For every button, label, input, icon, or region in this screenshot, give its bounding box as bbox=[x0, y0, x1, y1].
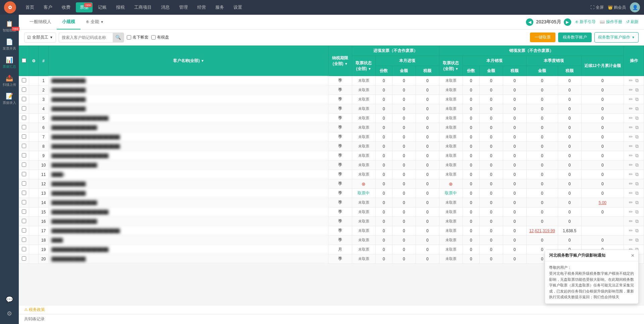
row-copy-icon-6[interactable]: ⧉ bbox=[635, 125, 639, 130]
row-outbound-status-5[interactable]: 未取票 bbox=[439, 114, 463, 123]
row-copy-icon-4[interactable]: ⧉ bbox=[635, 106, 639, 111]
row-outbound-status-1[interactable]: 未取票 bbox=[439, 76, 463, 85]
row-outbound-status-9[interactable]: 未取票 bbox=[439, 151, 463, 160]
row-client-4[interactable]: ████████████ bbox=[49, 104, 329, 114]
row-client-16[interactable]: ████████████████ bbox=[49, 217, 329, 226]
row-client-17[interactable]: ████████████████████████ bbox=[49, 226, 329, 236]
row-inbound-status-1[interactable]: 未取票 bbox=[352, 76, 375, 85]
row-client-3[interactable]: ████████████ bbox=[49, 95, 329, 104]
row-checkbox-19[interactable] bbox=[22, 247, 26, 251]
row-outbound-status-14[interactable]: 未取票 bbox=[439, 198, 463, 207]
row-outbound-status-20[interactable]: 未取票 bbox=[439, 254, 463, 264]
refresh-button[interactable]: ↺ 刷新 bbox=[626, 19, 639, 25]
row-outbound-status-11[interactable]: 未取票 bbox=[439, 170, 463, 179]
nav-manage[interactable]: 管理 bbox=[175, 2, 192, 12]
row-outbound-status-13[interactable]: 取票中 bbox=[439, 189, 463, 198]
row-inbound-status-5[interactable]: 未取票 bbox=[352, 114, 375, 123]
nav-operation[interactable]: 经营 bbox=[193, 2, 210, 12]
sub-account-checkbox-label[interactable]: 名下帐套 bbox=[127, 35, 149, 40]
row-checkbox-6[interactable] bbox=[22, 125, 26, 129]
row-copy-icon-17[interactable]: ⧉ bbox=[635, 228, 639, 233]
row-client-12[interactable]: ████████████ bbox=[49, 179, 329, 189]
row-checkbox-5[interactable] bbox=[22, 116, 26, 120]
row-checkbox-15[interactable] bbox=[22, 209, 26, 214]
row-checkbox-2[interactable] bbox=[22, 87, 26, 92]
sidebar-chat[interactable]: 💬 bbox=[4, 293, 14, 306]
tab-all[interactable]: ⊕ 全能 ▼ bbox=[80, 15, 109, 29]
tax-account-button[interactable]: 税务数字账户 bbox=[558, 33, 592, 42]
row-copy-icon-18[interactable]: ⧉ bbox=[635, 237, 639, 243]
tax-period-filter-icon[interactable]: ▼ bbox=[344, 62, 348, 66]
row-client-10[interactable]: ████████████████ bbox=[49, 160, 329, 170]
row-checkbox-18[interactable] bbox=[22, 238, 26, 242]
row-checkbox-13[interactable] bbox=[22, 191, 26, 195]
row-copy-icon-8[interactable]: ⧉ bbox=[635, 143, 639, 149]
row-inbound-status-4[interactable]: 未取票 bbox=[352, 104, 375, 114]
notification-close-icon[interactable]: ✕ bbox=[631, 253, 634, 258]
row-edit-icon-13[interactable]: ✏ bbox=[629, 190, 633, 196]
sidebar-item-invoice-issue[interactable]: 📄 发票开具 bbox=[0, 36, 19, 54]
row-edit-icon-6[interactable]: ✏ bbox=[629, 125, 633, 130]
row-edit-icon-1[interactable]: ✏ bbox=[629, 78, 633, 83]
row-client-20[interactable]: ████████████ bbox=[49, 254, 329, 264]
member-button[interactable]: 👑 购会员 bbox=[608, 5, 626, 10]
sub-account-checkbox[interactable] bbox=[127, 35, 131, 40]
one-click-fetch-button[interactable]: 一键取票 bbox=[530, 33, 555, 42]
sidebar-item-invoice-summary[interactable]: 📊 票据汇总 bbox=[0, 54, 19, 72]
row-inbound-status-7[interactable]: 未取票 bbox=[352, 132, 375, 142]
nav-fee[interactable]: 收费 bbox=[58, 2, 74, 12]
row-inbound-status-9[interactable]: 未取票 bbox=[352, 151, 375, 160]
row-checkbox-4[interactable] bbox=[22, 106, 26, 111]
row-client-18[interactable]: ████ bbox=[49, 236, 329, 245]
row-edit-icon-14[interactable]: ✏ bbox=[629, 200, 633, 205]
nav-service[interactable]: 服务 bbox=[211, 2, 228, 12]
row-client-8[interactable]: ████████████████████████ bbox=[49, 142, 329, 151]
row-checkbox-11[interactable] bbox=[22, 172, 26, 176]
row-outbound-status-7[interactable]: 未取票 bbox=[439, 132, 463, 142]
row-outbound-status-2[interactable]: 未取票 bbox=[439, 85, 463, 95]
row-copy-icon-16[interactable]: ⧉ bbox=[635, 218, 639, 224]
row-edit-icon-17[interactable]: ✏ bbox=[629, 228, 633, 233]
nav-tax[interactable]: 报税 bbox=[112, 2, 129, 12]
row-inbound-status-8[interactable]: 未取票 bbox=[352, 142, 375, 151]
nav-accounting[interactable]: 记账 bbox=[94, 2, 111, 12]
sidebar-item-smart-fetch[interactable]: 📋 智能取票 new bbox=[0, 17, 19, 36]
row-checkbox-17[interactable] bbox=[22, 228, 26, 233]
row-copy-icon-10[interactable]: ⧉ bbox=[635, 162, 639, 168]
inbound-status-filter-icon[interactable]: ▼ bbox=[368, 67, 371, 71]
row-client-5[interactable]: ████████████████████ bbox=[49, 114, 329, 123]
client-name-filter-icon[interactable]: ▼ bbox=[201, 59, 204, 63]
new-guide-link[interactable]: ⊕ 新手引导 bbox=[575, 19, 596, 25]
employee-filter-select[interactable]: ☑ 全部员工 ▼ bbox=[24, 33, 56, 43]
row-checkbox-10[interactable] bbox=[22, 163, 26, 167]
nav-business[interactable]: 工商项目 bbox=[130, 2, 156, 12]
month-prev-button[interactable]: ◀ bbox=[526, 18, 533, 26]
row-copy-icon-2[interactable]: ⧉ bbox=[635, 87, 639, 92]
row-inbound-status-10[interactable]: 未取票 bbox=[352, 160, 375, 170]
row-copy-icon-1[interactable]: ⧉ bbox=[635, 78, 639, 83]
tab-small-scale[interactable]: 小规模 bbox=[57, 15, 80, 29]
row-checkbox-9[interactable] bbox=[22, 153, 26, 157]
row-client-14[interactable]: ████████████████ bbox=[49, 198, 329, 207]
row-outbound-status-4[interactable]: 未取票 bbox=[439, 104, 463, 114]
row-client-13[interactable]: ████████████ bbox=[49, 189, 329, 198]
row-outbound-status-6[interactable]: 未取票 bbox=[439, 123, 463, 132]
select-all-checkbox[interactable] bbox=[22, 58, 26, 63]
sidebar-item-scan-upload[interactable]: 📤 扫描上传 bbox=[0, 72, 19, 90]
row-outbound-status-19[interactable]: 未取票 bbox=[439, 245, 463, 254]
row-client-19[interactable]: ████████████████████ bbox=[49, 245, 329, 254]
manual-link[interactable]: 📖 操作手册 bbox=[600, 19, 622, 25]
row-copy-icon-7[interactable]: ⧉ bbox=[635, 134, 639, 139]
row-outbound-status-16[interactable]: 未取票 bbox=[439, 217, 463, 226]
row-edit-icon-9[interactable]: ✏ bbox=[629, 153, 633, 158]
search-box[interactable]: 🔍 bbox=[59, 33, 124, 43]
row-checkbox-20[interactable] bbox=[22, 256, 26, 261]
row-checkbox-1[interactable] bbox=[22, 78, 26, 82]
sidebar-item-invoice-entry[interactable]: 📝 票据录入 bbox=[0, 90, 19, 108]
row-edit-icon-18[interactable]: ✏ bbox=[629, 237, 633, 243]
row-checkbox-7[interactable] bbox=[22, 134, 26, 139]
row-copy-icon-5[interactable]: ⧉ bbox=[635, 115, 639, 121]
row-client-7[interactable]: ████████████████████████ bbox=[49, 132, 329, 142]
row-outbound-status-10[interactable]: 未取票 bbox=[439, 160, 463, 170]
row-checkbox-14[interactable] bbox=[22, 200, 26, 204]
